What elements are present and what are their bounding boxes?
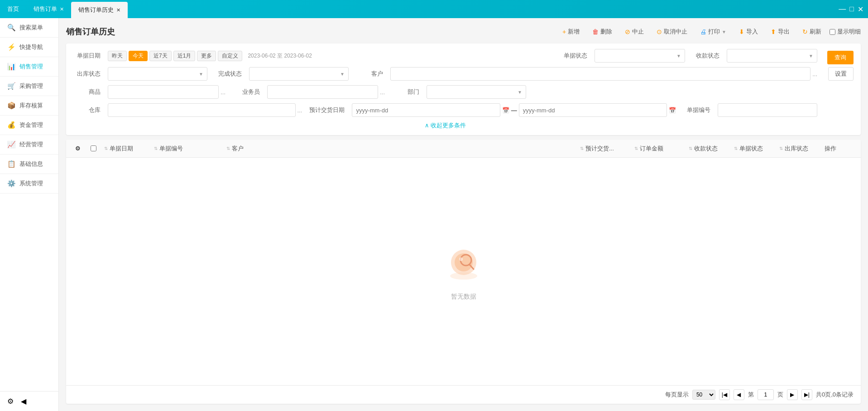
sort-number-icon[interactable]: ⇅ [154, 146, 158, 151]
tab-sales-order-close[interactable]: ✕ [60, 6, 64, 12]
tab-sales-order[interactable]: 销售订单 ✕ [26, 0, 71, 18]
print-icon: 🖨 [700, 28, 706, 35]
sidebar-item-operation-label: 经营管理 [19, 140, 43, 149]
sidebar-item-purchase-label: 采购管理 [19, 82, 43, 90]
salesperson-input[interactable] [267, 85, 378, 99]
sort-customer-icon[interactable]: ⇅ [226, 146, 230, 151]
outbound-status-select[interactable]: ▼ [108, 67, 207, 81]
th-checkbox[interactable] [86, 145, 101, 151]
sidebar-item-sales[interactable]: 📊 销售管理 [0, 57, 58, 77]
delivery-date-from-input[interactable] [352, 103, 500, 117]
date-tag-7days[interactable]: 近7天 [149, 51, 172, 61]
calendar-from-icon[interactable]: 📅 [502, 107, 509, 114]
tab-home[interactable]: 首页 [0, 0, 26, 18]
refresh-icon: ↻ [802, 28, 808, 35]
date-tag-yesterday[interactable]: 昨天 [108, 51, 127, 61]
date-tag-1month[interactable]: 近1月 [173, 51, 196, 61]
svg-point-5 [459, 257, 463, 261]
next-page-button[interactable]: ▶ [787, 389, 798, 400]
order-status-select[interactable]: ▼ [595, 49, 685, 63]
toolbar: + 新增 🗑 删除 ⊘ 中止 ⊙ 取消中止 🖨 打印 [558, 25, 861, 38]
department-select[interactable]: ▼ [427, 85, 526, 99]
tab-sales-order-history-close[interactable]: ✕ [116, 7, 120, 13]
product-input[interactable] [108, 85, 219, 99]
product-more-icon[interactable]: ... [221, 89, 225, 96]
sidebar-item-operation[interactable]: 📈 经营管理 [0, 135, 58, 155]
prev-page-button[interactable]: ◀ [734, 389, 744, 400]
delete-button[interactable]: 🗑 删除 [588, 25, 617, 38]
sort-outbound-icon[interactable]: ⇅ [779, 146, 783, 151]
operation-icon: 📈 [7, 140, 16, 149]
date-tag-custom[interactable]: 自定义 [218, 51, 242, 61]
th-delivery-label: 预计交货... [585, 145, 614, 153]
tab-sales-order-label: 销售订单 [34, 5, 57, 13]
print-button[interactable]: 🖨 打印 ▼ [695, 25, 731, 38]
collapse-row[interactable]: ∧ 收起更多条件 [73, 121, 817, 130]
outbound-status-chevron-icon: ▼ [199, 72, 203, 77]
empty-text: 暂无数据 [451, 293, 476, 301]
maximize-button[interactable]: □ [849, 5, 854, 13]
sidebar-item-system[interactable]: ⚙️ 系统管理 [0, 174, 58, 193]
last-page-button[interactable]: ▶| [801, 389, 812, 400]
sort-date-icon[interactable]: ⇅ [104, 146, 108, 151]
settings-button[interactable]: 设置 [828, 67, 854, 81]
sort-payment-icon[interactable]: ⇅ [689, 146, 692, 151]
cancel-stop-button[interactable]: ⊙ 取消中止 [652, 25, 692, 38]
date-tag-more[interactable]: 更多 [197, 51, 216, 61]
date-tag-today[interactable]: 今天 [129, 51, 148, 61]
customer-more-icon[interactable]: ... [812, 71, 817, 77]
sidebar-item-quick-nav[interactable]: ⚡ 快捷导航 [0, 38, 58, 57]
sort-amount-icon[interactable]: ⇅ [634, 146, 638, 151]
completion-status-select[interactable]: ▼ [249, 67, 349, 81]
page-header: 销售订单历史 + 新增 🗑 删除 ⊘ 中止 ⊙ 取消中止 [66, 25, 861, 38]
calendar-to-icon[interactable]: 📅 [669, 107, 676, 114]
sidebar-settings-icon[interactable]: ⚙ [7, 397, 14, 406]
customer-input[interactable] [390, 67, 810, 81]
new-button[interactable]: + 新增 [558, 25, 584, 38]
th-date: ⇅ 单据日期 [101, 145, 150, 153]
quick-nav-icon: ⚡ [7, 43, 16, 51]
warehouse-input[interactable] [108, 103, 296, 117]
stop-icon: ⊘ [625, 28, 630, 35]
close-button[interactable]: ✕ [858, 5, 863, 14]
date-range-separator: — [511, 107, 517, 114]
payment-status-select[interactable]: ▼ [727, 49, 817, 63]
date-range-text: 2023-06-02 至 2023-06-02 [248, 52, 312, 60]
delete-label: 删除 [600, 28, 612, 36]
display-detail-checkbox[interactable] [830, 29, 835, 35]
sort-delivery-icon[interactable]: ⇅ [580, 146, 584, 151]
date-picker-group: 昨天 今天 近7天 近1月 更多 自定义 2023-06-02 至 2023-0… [108, 51, 312, 61]
salesperson-more-icon[interactable]: ... [380, 89, 385, 96]
first-page-button[interactable]: |◀ [719, 389, 730, 400]
display-detail-text: 显示明细 [837, 28, 861, 36]
sidebar-item-purchase[interactable]: 🛒 采购管理 [0, 77, 58, 96]
minimize-button[interactable]: — [839, 5, 846, 13]
window-controls: — □ ✕ [839, 5, 868, 14]
main-layout: 🔍 搜索菜单 ⚡ 快捷导航 📊 销售管理 🛒 采购管理 📦 库存核算 💰 资金管… [0, 18, 868, 411]
sidebar-item-capital-label: 资金管理 [19, 121, 43, 129]
sidebar-item-search-menu[interactable]: 🔍 搜索菜单 [0, 18, 58, 38]
order-number-input[interactable] [718, 103, 817, 117]
sidebar-item-basic-info[interactable]: 📋 基础信息 [0, 155, 58, 174]
stop-button[interactable]: ⊘ 中止 [620, 25, 648, 38]
delivery-date-to-input[interactable] [519, 103, 667, 117]
th-settings[interactable]: ⚙ [70, 145, 86, 152]
sidebar-collapse-icon[interactable]: ◀ [21, 397, 26, 406]
sidebar-item-inventory[interactable]: 📦 库存核算 [0, 96, 58, 116]
per-page-select[interactable]: 50 100 200 [692, 390, 715, 400]
query-button[interactable]: 查询 [827, 51, 854, 64]
warehouse-more-icon[interactable]: ... [297, 107, 302, 114]
order-status-label: 单据状态 [560, 52, 587, 60]
sidebar-item-capital[interactable]: 💰 资金管理 [0, 116, 58, 135]
export-button[interactable]: ⬆ 导出 [766, 25, 794, 38]
select-all-checkbox[interactable] [91, 145, 96, 151]
page-number-input[interactable] [758, 389, 774, 400]
import-button[interactable]: ⬇ 导入 [734, 25, 762, 38]
tab-sales-order-history[interactable]: 销售订单历史 ✕ [71, 2, 128, 18]
th-order-status: ⇅ 单据状态 [730, 145, 776, 153]
refresh-button[interactable]: ↻ 刷新 [798, 25, 826, 38]
sidebar-item-basic-info-label: 基础信息 [19, 160, 43, 168]
content-area: 销售订单历史 + 新增 🗑 删除 ⊘ 中止 ⊙ 取消中止 [59, 18, 868, 411]
sort-order-status-icon[interactable]: ⇅ [734, 146, 738, 151]
table-footer: 每页显示 50 100 200 |◀ ◀ 第 页 ▶ ▶| 共0页,0条记录 [66, 385, 861, 404]
